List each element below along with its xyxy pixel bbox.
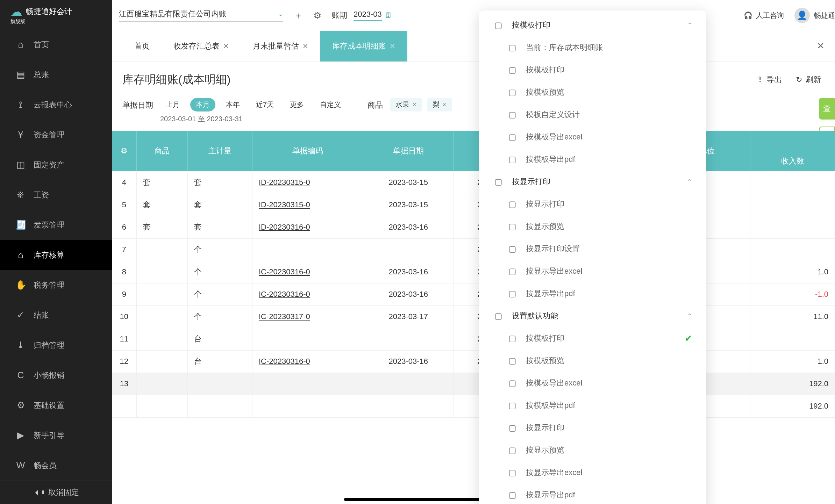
menu-item-2-0[interactable]: ▢按模板打印✔ [479, 327, 706, 350]
date-chip-3[interactable]: 近7天 [250, 98, 279, 111]
menu-item-2-4[interactable]: ▢按显示打印 [479, 417, 706, 439]
menu-item-0-2[interactable]: ▢模板自定义设计 [479, 103, 706, 126]
col-unit: 主计量 [188, 131, 252, 171]
export-button[interactable]: ⇪ 导出 [757, 74, 782, 85]
menu-item-0-4[interactable]: ▢按模板导出pdf [479, 148, 706, 171]
goods-tag-0[interactable]: 水果× [390, 98, 422, 111]
table-settings-header[interactable]: ⚙ [112, 131, 136, 171]
cell-code [252, 238, 363, 261]
sidebar-toggle-label: 取消固定 [48, 487, 79, 498]
menu-item-0-1[interactable]: ▢按模板预览 [479, 81, 706, 103]
sidebar-item-14[interactable]: W畅会员 [0, 451, 112, 481]
close-icon[interactable]: × [442, 101, 447, 109]
sidebar-item-label: 结账 [34, 310, 49, 321]
table-row[interactable]: 192.0 [112, 395, 835, 417]
cell-goods [136, 283, 188, 305]
cell-doc-date: 2023-03-15 [363, 171, 454, 194]
tab-1[interactable]: 收发存汇总表✕ [162, 31, 241, 62]
goods-tag-1[interactable]: 梨× [427, 98, 452, 111]
cell-goods [136, 395, 188, 417]
menu-group-1-head[interactable]: ▢按显示打印⌃ [479, 171, 706, 193]
tab-2[interactable]: 月末批量暂估✕ [241, 31, 320, 62]
sidebar-item-6[interactable]: 🧾发票管理 [0, 210, 112, 240]
doc-link[interactable]: ID-20230316-0 [259, 223, 310, 231]
menu-item-1-2[interactable]: ▢按显示打印设置 [479, 238, 706, 260]
menu-item-1-0[interactable]: ▢按显示打印 [479, 193, 706, 215]
table-row[interactable]: 8个IC-20230316-02023-03-162023-03-1有限责任公司… [112, 261, 835, 283]
menu-item-1-3[interactable]: ▢按显示导出excel [479, 260, 706, 282]
query-side-button[interactable]: 查 [819, 98, 835, 120]
menu-item-0-3[interactable]: ▢按模板导出excel [479, 126, 706, 148]
menu-item-2-5[interactable]: ▢按显示预览 [479, 439, 706, 461]
sidebar-item-4[interactable]: ◫固定资产 [0, 150, 112, 180]
refresh-button[interactable]: ↻ 刷新 [796, 74, 821, 85]
sidebar-item-7[interactable]: ⌂库存核算 [0, 240, 112, 270]
sidebar-item-0[interactable]: ⌂首页 [0, 30, 112, 60]
sidebar-item-8[interactable]: ✋税务管理 [0, 270, 112, 300]
table-row[interactable]: 4套套ID-20230315-02023-03-152023-03-1 [112, 171, 835, 194]
cell-qty [750, 328, 835, 350]
menu-group-2-head[interactable]: ▢设置默认功能⌃ [479, 305, 706, 327]
sidebar-item-10[interactable]: ⤓归档管理 [0, 330, 112, 360]
calendar-icon[interactable]: 🗓 [385, 11, 392, 20]
close-icon[interactable]: ✕ [390, 42, 395, 50]
date-chip-5[interactable]: 自定义 [314, 98, 347, 111]
tab-0[interactable]: 首页 [122, 31, 162, 62]
menu-item-2-6[interactable]: ▢按显示导出excel [479, 461, 706, 484]
sidebar-item-11[interactable]: C小畅报销 [0, 360, 112, 390]
sidebar-icon: ⛯ [15, 189, 26, 200]
table-row[interactable]: 10个IC-20230317-02023-03-172023-03-111.0 [112, 305, 835, 328]
add-icon[interactable]: ＋ [294, 9, 303, 22]
table-row[interactable]: 13192.0 [112, 373, 835, 395]
date-chip-0[interactable]: 上月 [160, 98, 185, 111]
item-icon: ▢ [507, 110, 518, 120]
table-row[interactable]: 7个2022-09-2 [112, 238, 835, 261]
close-icon[interactable]: ✕ [223, 42, 229, 50]
table-row[interactable]: 9个IC-20230316-02023-03-162023-03-1有限责任公司… [112, 283, 835, 305]
doc-link[interactable]: ID-20230315-0 [259, 200, 310, 209]
table-row[interactable]: 12台IC-20230316-02023-03-162023-03-11.0 [112, 350, 835, 373]
table-row[interactable]: 11台2021-09-0 [112, 328, 835, 350]
sidebar-item-13[interactable]: ▶新手引导 [0, 420, 112, 451]
date-chip-1[interactable]: 本月 [190, 98, 215, 111]
doc-link[interactable]: IC-20230317-0 [259, 312, 310, 321]
user-menu[interactable]: 👤 畅捷通 [794, 8, 835, 23]
sidebar-item-label: 畅会员 [34, 460, 57, 471]
menu-item-1-4[interactable]: ▢按显示导出pdf [479, 282, 706, 305]
company-selector[interactable]: 江西服宝精品有限责任公司内账 ⌄ [119, 9, 283, 22]
sidebar-item-1[interactable]: ▤总账 [0, 60, 112, 90]
close-icon[interactable]: ✕ [302, 42, 308, 50]
menu-group-0-head[interactable]: ▢按模板打印⌃ [479, 14, 706, 36]
doc-link[interactable]: IC-20230316-0 [259, 290, 310, 298]
doc-link[interactable]: IC-20230316-0 [259, 357, 310, 366]
tab-3[interactable]: 库存成本明细账✕ [320, 31, 407, 62]
sidebar-item-2[interactable]: ⟟云报表中心 [0, 90, 112, 120]
table-row[interactable]: 5套套ID-20230315-02023-03-152023-03-1 [112, 194, 835, 216]
menu-current: ▢当前：库存成本明细账 [479, 36, 706, 59]
period-value[interactable]: 2023-03 [354, 10, 382, 21]
close-icon[interactable]: × [412, 101, 416, 109]
consult-button[interactable]: 🎧 人工咨询 [744, 11, 784, 20]
sidebar-item-3[interactable]: ¥资金管理 [0, 120, 112, 150]
close-icon[interactable]: ✕ [817, 41, 825, 51]
gear-icon[interactable]: ⚙ [313, 10, 321, 21]
sidebar-item-5[interactable]: ⛯工资 [0, 180, 112, 210]
menu-item-2-3[interactable]: ▢按模板导出pdf [479, 394, 706, 417]
date-chip-2[interactable]: 本年 [220, 98, 245, 111]
menu-item-2-7[interactable]: ▢按显示导出pdf [479, 484, 706, 504]
date-chip-4[interactable]: 更多 [284, 98, 309, 111]
doc-link[interactable]: ID-20230315-0 [259, 178, 310, 187]
menu-item-1-1[interactable]: ▢按显示预览 [479, 215, 706, 238]
item-icon: ▢ [507, 289, 518, 298]
menu-item-0-0[interactable]: ▢按模板打印 [479, 59, 706, 81]
sidebar-item-9[interactable]: ✓结账 [0, 300, 112, 330]
sidebar-item-label: 发票管理 [34, 220, 64, 230]
cell-doc-date: 2023-03-15 [363, 194, 454, 216]
sidebar-item-12[interactable]: ⚙基础设置 [0, 390, 112, 420]
cell-doc-date: 2023-03-16 [363, 216, 454, 238]
sidebar-toggle[interactable]: ⏴▮ 取消固定 [0, 481, 112, 504]
doc-link[interactable]: IC-20230316-0 [259, 267, 310, 276]
menu-item-2-1[interactable]: ▢按模板预览 [479, 350, 706, 372]
menu-item-2-2[interactable]: ▢按模板导出excel [479, 372, 706, 394]
table-row[interactable]: 6套套ID-20230316-02023-03-162023-03-1 [112, 216, 835, 238]
